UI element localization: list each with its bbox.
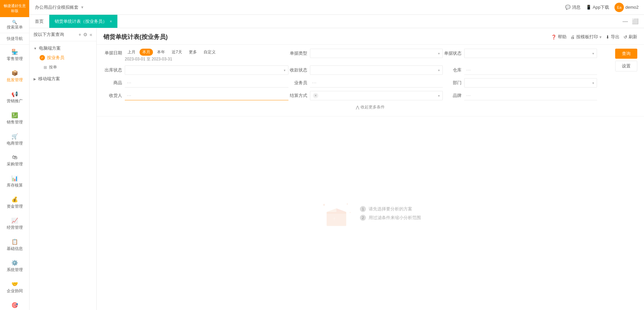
sidebar-item-finance[interactable]: 💰 资金管理 [0, 192, 29, 213]
order-status-label: 单据状态 [443, 50, 462, 56]
stock-out-label: 出库状态 [103, 67, 122, 73]
app-icon: 📱 [586, 5, 591, 10]
setting-button[interactable]: 设置 [615, 61, 637, 71]
svg-text:✦: ✦ [322, 203, 326, 207]
date-week-btn[interactable]: 近7天 [169, 49, 185, 56]
consignee-input[interactable]: ··· [125, 91, 288, 100]
message-btn[interactable]: 💬 消息 [565, 4, 581, 10]
sidebar-logo-subtext: 标版 [11, 8, 18, 13]
date-controls: 上月 本月 本年 近7天 更多 自定义 2023-03-01 至 2023-03… [125, 49, 288, 62]
sidebar-item-marketing[interactable]: 📢 营销推广 [0, 87, 29, 108]
tab-sales-stat[interactable]: 销货单统计表（按业务员） × [49, 15, 117, 28]
export-btn[interactable]: ⬇ 导出 [606, 34, 620, 40]
print-dropdown-icon[interactable]: ▾ [599, 35, 602, 40]
scheme-settings-icon[interactable]: ⚙ [83, 32, 88, 37]
order-type-dropdown[interactable]: ▾ [310, 49, 443, 58]
sidebar-item-label: 销售管理 [7, 119, 23, 125]
tab-home[interactable]: 首页 [30, 15, 49, 28]
warehouse-dots-icon: ··· [466, 67, 471, 73]
sidebar-item-ecommerce[interactable]: 🛒 电商管理 [0, 129, 29, 150]
sidebar-item-wholesale[interactable]: 📦 批发管理 [0, 66, 29, 87]
filter-row-3: 商品 ··· 业务员 ··· 部门 [103, 78, 637, 88]
date-prev-month-btn[interactable]: 上月 [125, 49, 138, 56]
sidebar-item-inventory[interactable]: 📊 库存核算 [0, 171, 29, 192]
date-this-month-btn[interactable]: 本月 [140, 49, 153, 56]
sidebar-item-label: 资金管理 [7, 204, 23, 209]
app-download-btn[interactable]: 📱 App下载 [586, 4, 609, 10]
help-btn[interactable]: ❓ 帮助 [551, 34, 567, 40]
sidebar-item-system[interactable]: ⚙️ 系统管理 [0, 256, 29, 277]
stock-out-dropdown[interactable]: ▾ [125, 65, 288, 75]
scheme-item-salesperson[interactable]: ✓ 按业务员 [30, 53, 96, 63]
collapse-panel-icon[interactable]: « [90, 32, 92, 37]
brand-input[interactable]: ··· [464, 91, 597, 100]
svg-rect-0 [327, 212, 346, 226]
collapse-filters-btn[interactable]: ⋀ 收起更多条件 [103, 102, 637, 112]
mobile-scheme-group[interactable]: ▶ 移动端方案 [30, 74, 96, 83]
scheme-active-dot: ✓ [40, 55, 45, 60]
tab-close-icon[interactable]: × [110, 19, 112, 24]
order-type-arrow-icon: ▾ [438, 52, 440, 55]
left-panel: 按以下方案查询 + ⚙ « ▼ 电脑端方案 ✓ 按业务员 ⊞ 按 [30, 28, 97, 310]
tab-label: 销货单统计表（按业务员） [55, 18, 107, 24]
user-profile[interactable]: Ea demo2 [614, 3, 639, 12]
desktop-scheme-title[interactable]: ▼ 电脑端方案 [30, 44, 96, 53]
sidebar-item-purchase[interactable]: 🛍 采购管理 [0, 150, 29, 171]
order-status-dropdown[interactable]: ▾ [464, 49, 597, 58]
sidebar-item-operation[interactable]: 📈 经营管理 [0, 213, 29, 235]
date-this-year-btn[interactable]: 本年 [154, 49, 168, 56]
content-area: 按以下方案查询 + ⚙ « ▼ 电脑端方案 ✓ 按业务员 ⊞ 按 [30, 28, 644, 310]
header-dropdown-icon[interactable]: ▾ [81, 5, 84, 10]
date-more-btn[interactable]: 更多 [186, 49, 200, 56]
tab-minimize-icon[interactable]: — [621, 17, 629, 26]
add-scheme-icon[interactable]: + [78, 32, 81, 37]
main-area: 办公用品行业模拟账套 ▾ 💬 消息 📱 App下载 Ea demo2 首页 [30, 0, 644, 310]
date-custom-btn[interactable]: 自定义 [201, 49, 218, 56]
operation-icon: 📈 [11, 217, 18, 224]
settlement-dropdown[interactable]: × ▾ [310, 91, 443, 100]
left-panel-header: 按以下方案查询 + ⚙ « [30, 28, 96, 41]
svg-marker-1 [327, 208, 336, 212]
svg-marker-2 [336, 208, 346, 212]
sidebar-item-sales[interactable]: 💹 销售管理 [0, 108, 29, 129]
payment-label: 收款状态 [288, 67, 307, 73]
payment-dropdown[interactable]: ▾ [310, 65, 443, 75]
settlement-clear-icon[interactable]: × [313, 93, 318, 98]
tab-bar: 首页 销货单统计表（按业务员） × — ⬜ [30, 15, 644, 28]
sidebar-item-newbie[interactable]: 🎯 新手引导 [0, 298, 29, 310]
ecommerce-icon: 🛒 [11, 133, 18, 140]
empty-hint-1: 1 请先选择要分析的方案 [360, 206, 421, 212]
action-buttons: 查询 设置 [615, 49, 637, 71]
top-header: 办公用品行业模拟账套 ▾ 💬 消息 📱 App下载 Ea demo2 [30, 0, 644, 15]
empty-illustration: ✦ ✦ ✦ ↑ [320, 197, 353, 230]
salesperson-input[interactable]: ··· [310, 78, 443, 88]
filter-row-1: 单据日期 上月 本月 本年 近7天 更多 自定义 2023-03-01 至 20… [103, 49, 637, 62]
sidebar-item-label: 零售管理 [7, 56, 23, 62]
corp-icon: 🤝 [11, 281, 18, 287]
scheme-sub-item-order[interactable]: ⊞ 按单 [30, 63, 96, 72]
sidebar-search[interactable]: 🔍 搜索菜单 [0, 17, 29, 33]
warehouse-input[interactable]: ··· [464, 65, 597, 75]
print-btn[interactable]: 🖨 按模板打印 ▾ [571, 34, 602, 40]
refresh-btn[interactable]: ↺ 刷新 [624, 34, 637, 40]
sidebar-item-label: 营销推广 [7, 98, 23, 104]
search-icon: 🔍 [2, 20, 28, 24]
sidebar-item-retail[interactable]: 🏪 零售管理 [0, 45, 29, 66]
filter-order-status-cell: 单据状态 ▾ [443, 49, 637, 58]
query-button[interactable]: 查询 [615, 49, 637, 59]
brand-dots-icon: ··· [466, 93, 471, 99]
avatar: Ea [614, 3, 624, 12]
filter-payment-cell: 收款状态 ▾ [288, 65, 443, 75]
department-dropdown[interactable]: ▾ [464, 78, 597, 88]
export-icon: ⬇ [606, 35, 609, 40]
empty-hint-2: 2 用过滤条件来缩小分析范围 [360, 215, 421, 221]
sidebar-quick-nav[interactable]: 快捷导航 [0, 33, 29, 45]
tab-maximize-icon[interactable]: ⬜ [631, 17, 640, 26]
sidebar-item-corp[interactable]: 🤝 企业协同 [0, 277, 29, 298]
payment-arrow-icon: ▾ [438, 68, 440, 72]
sidebar-item-basic[interactable]: 📋 基础信息 [0, 235, 29, 256]
svg-text:✦: ✦ [346, 202, 348, 206]
svg-rect-3 [327, 212, 346, 213]
desktop-scheme-group: ▼ 电脑端方案 ✓ 按业务员 ⊞ 按单 [30, 41, 96, 74]
goods-input[interactable]: ··· [125, 78, 288, 88]
